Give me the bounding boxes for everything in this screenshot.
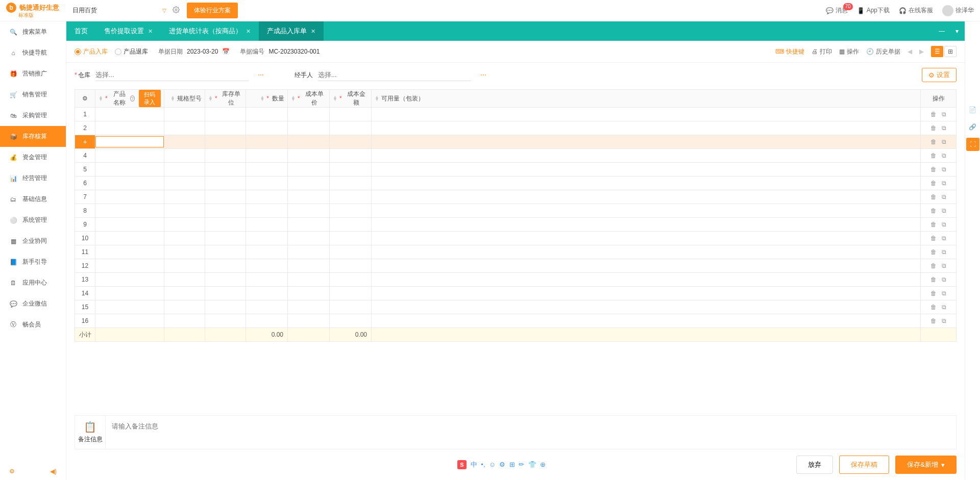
table-row[interactable]: 6🗑⧉ bbox=[75, 176, 957, 190]
user-menu[interactable]: 徐泽华 bbox=[942, 5, 974, 16]
tab-0[interactable]: 首页 bbox=[66, 21, 96, 41]
operate-button[interactable]: ▦ 操作 bbox=[839, 47, 859, 56]
next-icon[interactable]: ▶ bbox=[919, 48, 924, 55]
date-value[interactable]: 2023-03-20 bbox=[187, 48, 218, 55]
delete-icon[interactable]: 🗑 bbox=[930, 166, 937, 173]
sidebar-item-0[interactable]: 🔍搜索菜单 bbox=[0, 21, 66, 42]
sidebar-item-13[interactable]: 💬企业微信 bbox=[0, 293, 66, 314]
delete-icon[interactable]: 🗑 bbox=[930, 317, 937, 324]
messages-link[interactable]: 💬 消息 70 bbox=[826, 6, 848, 15]
rail-note-icon[interactable]: 📄 bbox=[966, 103, 979, 116]
table-row[interactable]: 15🗑⧉ bbox=[75, 300, 957, 314]
table-row[interactable]: 16🗑⧉ bbox=[75, 314, 957, 328]
sidebar-item-6[interactable]: 💰资金管理 bbox=[0, 147, 66, 168]
scan-button[interactable]: 扫码录入 bbox=[139, 90, 161, 107]
copy-icon[interactable]: ⧉ bbox=[942, 304, 946, 311]
experience-plan-button[interactable]: 体验行业方案 bbox=[187, 3, 238, 18]
table-row[interactable]: 9🗑⧉ bbox=[75, 218, 957, 232]
copy-icon[interactable]: ⧉ bbox=[942, 180, 946, 187]
view-list-button[interactable]: ☰ bbox=[931, 46, 943, 57]
copy-icon[interactable]: ⧉ bbox=[942, 152, 946, 159]
settings-gear-icon[interactable]: ⚙ bbox=[9, 468, 15, 475]
delete-icon[interactable]: 🗑 bbox=[930, 235, 937, 242]
sidebar-item-7[interactable]: 📊经营管理 bbox=[0, 168, 66, 189]
gear-icon[interactable] bbox=[173, 6, 180, 15]
col-spec[interactable]: ▲▼规格型号 bbox=[164, 90, 205, 108]
table-row[interactable]: 7🗑⧉ bbox=[75, 190, 957, 204]
remarks-input[interactable] bbox=[106, 416, 956, 449]
close-icon[interactable]: ✕ bbox=[311, 28, 315, 35]
radio-product-out[interactable]: 产品退库 bbox=[115, 47, 148, 56]
col-price[interactable]: ▲▼*成本单价 bbox=[288, 90, 330, 108]
table-row[interactable]: 5🗑⧉ bbox=[75, 163, 957, 176]
sidebar-item-10[interactable]: ▦企业协同 bbox=[0, 231, 66, 251]
prev-icon[interactable]: ◀ bbox=[908, 48, 912, 55]
close-icon[interactable]: ✕ bbox=[246, 28, 251, 35]
tab-1[interactable]: 售价提取设置✕ bbox=[96, 21, 161, 41]
table-row[interactable]: +🗑⧉ bbox=[75, 135, 957, 149]
table-row[interactable]: 11🗑⧉ bbox=[75, 245, 957, 259]
table-row[interactable]: 12🗑⧉ bbox=[75, 259, 957, 273]
delete-icon[interactable]: 🗑 bbox=[930, 248, 937, 256]
delete-icon[interactable]: 🗑 bbox=[930, 138, 937, 145]
warehouse-input[interactable] bbox=[95, 69, 249, 81]
shortcut-button[interactable]: ⌨ 快捷键 bbox=[775, 47, 804, 56]
delete-icon[interactable]: 🗑 bbox=[930, 124, 937, 132]
col-available[interactable]: ▲▼可用量（包装） bbox=[372, 90, 921, 108]
sidebar-item-4[interactable]: 🛍采购管理 bbox=[0, 105, 66, 126]
copy-icon[interactable]: ⧉ bbox=[942, 262, 946, 269]
table-row[interactable]: 14🗑⧉ bbox=[75, 287, 957, 300]
rail-link-icon[interactable]: 🔗 bbox=[966, 120, 979, 134]
tab-3[interactable]: 产成品入库单✕ bbox=[259, 21, 324, 41]
online-service-link[interactable]: 🎧 在线客服 bbox=[899, 6, 933, 15]
sidebar-item-8[interactable]: 🗂基础信息 bbox=[0, 189, 66, 210]
tab-minimize-button[interactable]: — bbox=[934, 21, 949, 41]
delete-icon[interactable]: 🗑 bbox=[930, 111, 937, 118]
delete-icon[interactable]: 🗑 bbox=[930, 152, 937, 159]
copy-icon[interactable]: ⧉ bbox=[942, 290, 946, 297]
delete-icon[interactable]: 🗑 bbox=[930, 290, 937, 297]
table-row[interactable]: 8🗑⧉ bbox=[75, 204, 957, 218]
save-new-button[interactable]: 保存&新增 ▾ bbox=[895, 456, 957, 474]
sidebar-item-14[interactable]: Ⓥ畅会员 bbox=[0, 314, 66, 335]
calendar-icon[interactable]: 📅 bbox=[222, 48, 230, 55]
delete-icon[interactable]: 🗑 bbox=[930, 193, 937, 200]
tab-menu-button[interactable]: ▾ bbox=[949, 21, 965, 41]
sidebar-item-2[interactable]: 🎁营销推广 bbox=[0, 63, 66, 84]
history-button[interactable]: 🕘 历史单据 bbox=[866, 47, 900, 56]
copy-icon[interactable]: ⧉ bbox=[942, 124, 946, 132]
copy-icon[interactable]: ⧉ bbox=[942, 207, 946, 214]
table-row[interactable]: 4🗑⧉ bbox=[75, 149, 957, 163]
save-draft-button[interactable]: 保存草稿 bbox=[839, 456, 889, 474]
rail-expand-icon[interactable]: ⛶ bbox=[966, 138, 979, 151]
sidebar-item-5[interactable]: 📦库存核算 bbox=[0, 126, 66, 147]
print-button[interactable]: 🖨 打印 bbox=[812, 47, 832, 56]
col-gear[interactable]: ⚙ bbox=[75, 90, 95, 108]
close-icon[interactable]: ✕ bbox=[148, 28, 153, 35]
col-qty[interactable]: ▲▼*数量 bbox=[246, 90, 288, 108]
col-product-name[interactable]: ▲▼*产品名称?扫码录入 bbox=[95, 90, 164, 108]
table-row[interactable]: 13🗑⧉ bbox=[75, 273, 957, 287]
copy-icon[interactable]: ⧉ bbox=[942, 166, 946, 173]
table-row[interactable]: 10🗑⧉ bbox=[75, 232, 957, 245]
app-download-link[interactable]: 📱 App下载 bbox=[857, 6, 890, 15]
copy-icon[interactable]: ⧉ bbox=[942, 235, 946, 242]
copy-icon[interactable]: ⧉ bbox=[942, 221, 946, 228]
collapse-icon[interactable]: ◀) bbox=[50, 468, 57, 475]
col-unit[interactable]: ▲▼*库存单位 bbox=[205, 90, 246, 108]
copy-icon[interactable]: ⧉ bbox=[942, 276, 946, 283]
radio-product-in[interactable]: 产品入库 bbox=[75, 47, 108, 56]
table-row[interactable]: 1🗑⧉ bbox=[75, 108, 957, 121]
copy-icon[interactable]: ⧉ bbox=[942, 138, 946, 145]
sidebar-item-1[interactable]: ⌂快捷导航 bbox=[0, 42, 66, 63]
table-row[interactable]: 2🗑⧉ bbox=[75, 121, 957, 135]
sidebar-item-12[interactable]: 🗓应用中心 bbox=[0, 272, 66, 293]
copy-icon[interactable]: ⧉ bbox=[942, 111, 946, 118]
copy-icon[interactable]: ⧉ bbox=[942, 317, 946, 324]
store-selector[interactable]: 日用百货 ▽ bbox=[72, 6, 166, 15]
sidebar-item-9[interactable]: ⚪系统管理 bbox=[0, 210, 66, 231]
more-icon[interactable]: ⋯ bbox=[258, 71, 264, 79]
sidebar-item-11[interactable]: 📘新手引导 bbox=[0, 251, 66, 272]
delete-icon[interactable]: 🗑 bbox=[930, 304, 937, 311]
view-detail-button[interactable]: ⊞ bbox=[944, 46, 957, 57]
